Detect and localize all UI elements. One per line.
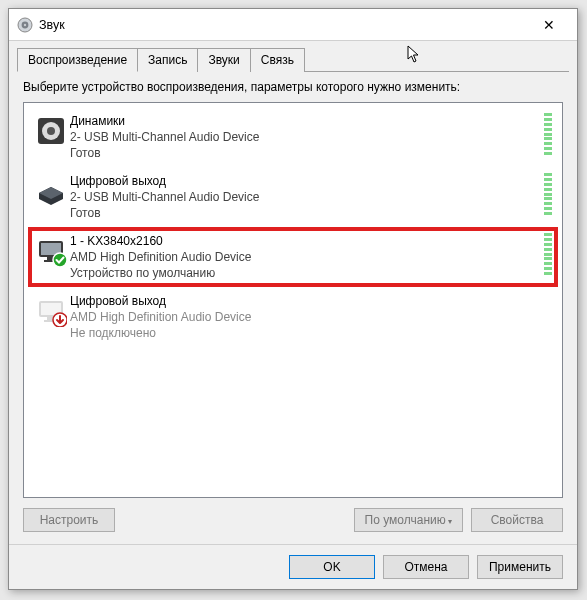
device-text: Цифровой выходAMD High Definition Audio … <box>70 293 538 341</box>
device-status: Устройство по умолчанию <box>70 265 538 281</box>
set-default-button[interactable]: По умолчанию <box>354 508 463 532</box>
configure-button[interactable]: Настроить <box>23 508 115 532</box>
device-driver: AMD High Definition Audio Device <box>70 309 538 325</box>
box-icon <box>32 173 70 207</box>
tabs: Воспроизведение Запись Звуки Связь <box>17 47 569 72</box>
device-text: Динамики2- USB Multi-Channel Audio Devic… <box>70 113 538 161</box>
properties-button[interactable]: Свойства <box>471 508 563 532</box>
device-driver: AMD High Definition Audio Device <box>70 249 538 265</box>
sound-dialog: Звук ✕ Воспроизведение Запись Звуки Связ… <box>8 8 578 590</box>
device-name: 1 - KX3840x2160 <box>70 233 538 249</box>
level-meter <box>544 173 552 215</box>
tab-recording[interactable]: Запись <box>137 48 198 72</box>
apply-button[interactable]: Применить <box>477 555 563 579</box>
device-status: Не подключено <box>70 325 538 341</box>
device-status: Готов <box>70 205 538 221</box>
tab-playback[interactable]: Воспроизведение <box>17 48 138 72</box>
device-listbox[interactable]: Динамики2- USB Multi-Channel Audio Devic… <box>23 102 563 498</box>
device-driver: 2- USB Multi-Channel Audio Device <box>70 129 538 145</box>
volume-icon <box>17 17 33 33</box>
tabs-container: Воспроизведение Запись Звуки Связь <box>9 41 577 72</box>
device-driver: 2- USB Multi-Channel Audio Device <box>70 189 538 205</box>
tab-communications[interactable]: Связь <box>250 48 305 72</box>
level-meter <box>544 233 552 275</box>
close-button[interactable]: ✕ <box>529 9 569 40</box>
level-meter <box>544 113 552 155</box>
instruction-text: Выберите устройство воспроизведения, пар… <box>23 80 563 94</box>
window-title: Звук <box>39 18 529 32</box>
device-row[interactable]: Цифровой выход2- USB Multi-Channel Audio… <box>28 167 558 227</box>
device-name: Цифровой выход <box>70 293 538 309</box>
device-row[interactable]: Динамики2- USB Multi-Channel Audio Devic… <box>28 107 558 167</box>
monitor-icon <box>32 233 70 267</box>
dialog-buttons: OK Отмена Применить <box>9 544 577 589</box>
device-row[interactable]: 1 - KX3840x2160AMD High Definition Audio… <box>28 227 558 287</box>
device-text: Цифровой выход2- USB Multi-Channel Audio… <box>70 173 538 221</box>
titlebar: Звук ✕ <box>9 9 577 41</box>
tab-content: Выберите устройство воспроизведения, пар… <box>9 72 577 544</box>
device-text: 1 - KX3840x2160AMD High Definition Audio… <box>70 233 538 281</box>
cancel-button[interactable]: Отмена <box>383 555 469 579</box>
device-status: Готов <box>70 145 538 161</box>
ok-button[interactable]: OK <box>289 555 375 579</box>
speaker-icon <box>32 113 70 147</box>
list-buttons: Настроить По умолчанию Свойства <box>23 498 563 536</box>
device-name: Цифровой выход <box>70 173 538 189</box>
monitor-icon <box>32 293 70 327</box>
tab-sounds[interactable]: Звуки <box>197 48 250 72</box>
svg-point-2 <box>24 23 26 25</box>
close-icon: ✕ <box>543 17 555 33</box>
svg-point-5 <box>47 127 55 135</box>
device-name: Динамики <box>70 113 538 129</box>
device-row[interactable]: Цифровой выходAMD High Definition Audio … <box>28 287 558 347</box>
